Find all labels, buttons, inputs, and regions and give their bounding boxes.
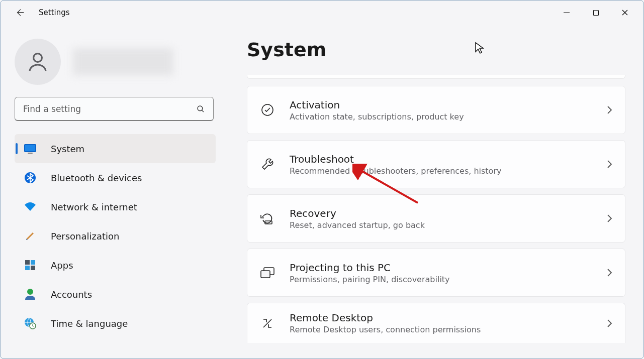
sidebar-item-system[interactable]: System (15, 134, 216, 163)
sidebar-item-apps[interactable]: Apps (15, 251, 216, 280)
maximize-button[interactable] (581, 3, 610, 23)
maximize-icon (593, 10, 599, 16)
wrench-icon (259, 157, 275, 171)
back-button[interactable] (11, 3, 31, 23)
paintbrush-icon (24, 229, 37, 243)
svg-point-15 (27, 289, 33, 295)
arrow-left-icon (15, 7, 26, 18)
svg-rect-14 (31, 266, 35, 270)
settings-card-troubleshoot[interactable]: Troubleshoot Recommended troubleshooters… (247, 140, 625, 188)
sidebar-item-label: Personalization (51, 231, 119, 242)
account-icon (24, 288, 37, 301)
page-title: System (247, 39, 625, 61)
previous-card-edge (247, 75, 625, 79)
sidebar-item-accounts[interactable]: Accounts (15, 280, 216, 309)
settings-card-activation[interactable]: Activation Activation state, subscriptio… (247, 86, 625, 134)
card-title: Activation (290, 99, 592, 111)
chevron-right-icon (606, 318, 613, 328)
minimize-icon (563, 9, 570, 16)
window-title: Settings (39, 8, 70, 17)
chevron-right-icon (606, 213, 613, 223)
card-subtitle: Recommended troubleshooters, preferences… (290, 166, 592, 176)
recovery-icon (259, 212, 275, 225)
minimize-button[interactable] (552, 3, 581, 23)
card-title: Recovery (290, 207, 592, 219)
svg-rect-13 (25, 266, 30, 270)
card-subtitle: Reset, advanced startup, go back (290, 220, 592, 230)
svg-point-5 (198, 106, 203, 111)
sidebar-item-label: Apps (51, 260, 73, 271)
account-profile[interactable] (15, 39, 217, 85)
sidebar-item-label: Accounts (51, 289, 92, 300)
sidebar-item-label: Time & language (51, 318, 128, 329)
account-name-redacted (73, 48, 173, 75)
svg-rect-9 (28, 153, 33, 154)
card-title: Troubleshoot (290, 153, 592, 165)
sidebar-item-label: Network & internet (51, 202, 137, 212)
sidebar-item-label: Bluetooth & devices (51, 173, 142, 183)
search-box[interactable] (15, 97, 214, 121)
apps-icon (24, 259, 37, 272)
globe-clock-icon (24, 317, 37, 330)
sidebar-item-time-language[interactable]: Time & language (15, 309, 216, 338)
card-subtitle: Permissions, pairing PIN, discoverabilit… (290, 275, 592, 284)
wifi-icon (24, 200, 37, 213)
sidebar-item-network[interactable]: Network & internet (15, 192, 216, 221)
close-icon (621, 9, 628, 16)
svg-rect-1 (593, 10, 598, 15)
chevron-right-icon (606, 159, 613, 169)
settings-card-recovery[interactable]: Recovery Reset, advanced startup, go bac… (247, 194, 625, 243)
card-title: Remote Desktop (290, 312, 592, 324)
svg-rect-11 (25, 260, 30, 265)
chevron-right-icon (606, 268, 613, 278)
close-button[interactable] (610, 3, 639, 23)
remote-desktop-icon (259, 317, 275, 330)
avatar (15, 39, 61, 85)
display-icon (24, 142, 37, 155)
bluetooth-icon (24, 171, 37, 184)
sidebar-item-personalization[interactable]: Personalization (15, 221, 216, 251)
card-subtitle: Remote Desktop users, connection permiss… (290, 325, 592, 334)
settings-card-remote-desktop[interactable]: Remote Desktop Remote Desktop users, con… (247, 303, 625, 343)
svg-rect-8 (25, 145, 35, 151)
checkmark-circle-icon (259, 103, 275, 116)
svg-rect-21 (261, 271, 270, 278)
settings-card-projecting[interactable]: Projecting to this PC Permissions, pairi… (247, 249, 625, 297)
search-icon (196, 104, 205, 113)
svg-point-4 (34, 54, 42, 62)
card-subtitle: Activation state, subscriptions, product… (290, 112, 592, 122)
svg-rect-12 (31, 260, 35, 265)
chevron-right-icon (606, 105, 613, 115)
person-icon (26, 50, 50, 74)
card-title: Projecting to this PC (290, 262, 592, 274)
search-input[interactable] (23, 104, 196, 114)
sidebar-item-bluetooth[interactable]: Bluetooth & devices (15, 163, 216, 192)
svg-line-6 (202, 110, 204, 112)
projecting-icon (259, 267, 275, 279)
sidebar-item-label: System (51, 144, 84, 154)
